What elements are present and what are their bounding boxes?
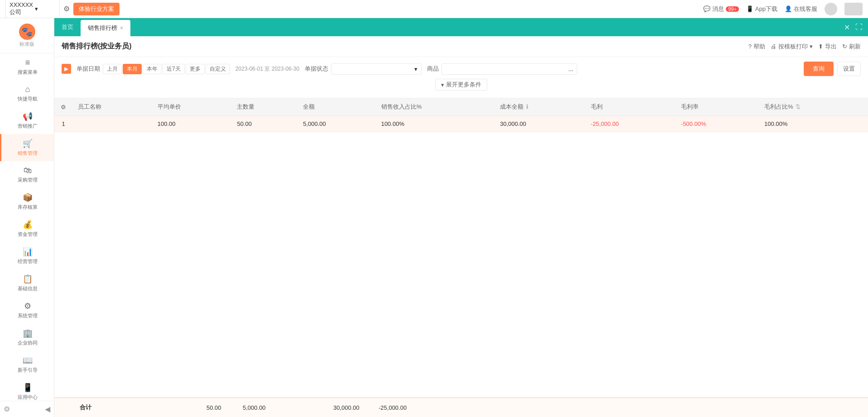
footer-gross: -25,000.00: [373, 403, 418, 413]
expand-icon: ▾: [441, 81, 444, 88]
filter-bar: ▶ 单据日期 上月 本月 本年 近7天 更多 自定义 2023-06: [54, 57, 868, 98]
online-service-label: 在线客服: [794, 5, 817, 13]
period-year-btn[interactable]: 本年: [143, 64, 162, 74]
sidebar-item-basic-info[interactable]: 📋 基础信息: [0, 269, 54, 297]
filter-status-label: 单据状态: [305, 65, 328, 73]
tab-sales-ranking[interactable]: 销售排行榜 ×: [81, 20, 130, 36]
sidebar-item-system[interactable]: ⚙ 系统管理: [0, 297, 54, 324]
sidebar-logo: 🐾 标准版: [0, 18, 54, 53]
period-current-btn[interactable]: 本月: [123, 64, 142, 74]
sidebar-item-apps[interactable]: 📱 应用中心: [0, 378, 54, 401]
app-download-label: App下载: [755, 5, 777, 13]
period-last-btn[interactable]: 上月: [103, 64, 122, 74]
footer-cells: 合计 50.00 5,000.00 30,000.00 -25,000.00: [60, 402, 863, 413]
sidebar-item-purchase[interactable]: 🛍 采购管理: [0, 161, 54, 188]
tab-close-icon[interactable]: ×: [120, 25, 123, 31]
sidebar-item-marketing-label: 营销推广: [18, 123, 38, 129]
filter-goods-input[interactable]: ...: [441, 63, 577, 75]
refresh-btn[interactable]: ↻ 刷新: [842, 43, 861, 51]
search-icon: ≡: [25, 58, 30, 67]
tab-home[interactable]: 首页: [54, 18, 81, 36]
avatar[interactable]: [825, 3, 837, 15]
sidebar-item-guide[interactable]: 📖 新手引导: [0, 351, 54, 378]
message-badge: 99+: [726, 6, 739, 12]
app-icon: 📱: [746, 5, 753, 12]
period-7days-btn[interactable]: 近7天: [163, 64, 185, 74]
company-selector[interactable]: XXXXXX公司 ▾: [5, 0, 60, 19]
logo-text: 标准版: [19, 41, 34, 48]
sidebar-settings-icon[interactable]: ⚙: [4, 405, 10, 413]
sales-ranking-table: ⚙ 员工名称 平均单价 主数量 全额 销售收入占比% 成本全额 ℹ 毛利 毛利率: [54, 98, 868, 132]
col-cost: 成本全额 ℹ: [494, 98, 585, 116]
enterprise-icon: 🏢: [23, 328, 33, 338]
tab-bar-right: ✕ ⛶: [839, 18, 868, 36]
col-gross: 毛利: [585, 98, 676, 116]
cell-main-qty: 50.00: [231, 116, 297, 132]
sidebar-item-operations[interactable]: 📊 经营管理: [0, 242, 54, 269]
tab-maximize-icon[interactable]: ⛶: [855, 23, 863, 31]
online-service-btn[interactable]: 👤 在线客服: [785, 5, 817, 13]
filter-status-item: 单据状态 ▾: [305, 63, 422, 75]
col-settings[interactable]: ⚙: [54, 98, 72, 116]
template-print-label: 按模板打印: [778, 43, 808, 51]
tab-sales-ranking-label: 销售排行榜: [88, 24, 117, 32]
operations-icon: 📊: [23, 247, 33, 257]
settings-btn[interactable]: 设置: [837, 62, 861, 76]
sidebar-item-sales-label: 销售管理: [18, 150, 38, 157]
expand-more-btn[interactable]: ▾ 展开更多条件: [435, 79, 487, 91]
help-btn[interactable]: ? 帮助: [748, 43, 765, 51]
sidebar-item-guide-label: 新手引导: [18, 367, 38, 374]
col-amount: 全额: [297, 98, 376, 116]
refresh-icon: ↻: [842, 43, 847, 50]
purchase-icon: 🛍: [24, 166, 32, 175]
template-print-btn[interactable]: 🖨 按模板打印 ▾: [771, 43, 813, 51]
company-name: XXXXXX公司: [10, 1, 33, 16]
sidebar-item-marketing[interactable]: 📢 营销推广: [0, 107, 54, 134]
sidebar-item-search[interactable]: ≡ 搜索菜单: [0, 53, 54, 80]
filter-toggle-btn[interactable]: ▶: [62, 64, 71, 74]
sidebar-item-basic-info-label: 基础信息: [18, 285, 38, 292]
filter-period-btns: 上月 本月 本年 近7天 更多 自定义: [103, 64, 230, 74]
sidebar-collapse-icon[interactable]: ◀: [45, 405, 50, 413]
message-btn[interactable]: 💬 消息 99+: [703, 5, 739, 13]
message-icon: 💬: [703, 5, 710, 12]
guide-icon: 📖: [23, 355, 33, 365]
footer-amount: 5,000.00: [237, 403, 283, 413]
avatar-name[interactable]: [844, 3, 863, 15]
period-custom-btn[interactable]: 自定义: [206, 64, 230, 74]
message-label: 消息: [712, 5, 724, 13]
col-sales-pct: 销售收入占比%: [376, 98, 495, 116]
filter-status-select[interactable]: ▾: [331, 63, 422, 75]
tab-home-label: 首页: [62, 23, 73, 31]
sidebar-item-enterprise[interactable]: 🏢 企业协同: [0, 324, 54, 351]
period-more-btn[interactable]: 更多: [186, 64, 205, 74]
sidebar-item-quick-nav[interactable]: ⌂ 快捷导航: [0, 80, 54, 107]
sidebar-item-finance-label: 资金管理: [18, 231, 38, 238]
more-icon[interactable]: ...: [568, 66, 573, 72]
cell-avg-price: 100.00: [152, 116, 232, 132]
export-icon: ⬆: [818, 43, 823, 50]
sidebar-item-apps-label: 应用中心: [18, 394, 38, 401]
help-icon: ?: [748, 43, 752, 50]
footer-spacer: [60, 406, 74, 409]
settings-icon[interactable]: ⚙: [63, 5, 70, 13]
cost-info-icon[interactable]: ℹ: [526, 103, 528, 110]
query-btn[interactable]: 查询: [804, 62, 834, 76]
refresh-label: 刷新: [849, 43, 861, 51]
chevron-down-icon: ▾: [414, 66, 417, 72]
sidebar-item-sales[interactable]: 🛒 销售管理: [0, 134, 54, 161]
sidebar-item-finance[interactable]: 💰 资金管理: [0, 215, 54, 242]
export-btn[interactable]: ⬆ 导出: [818, 43, 837, 51]
finance-icon: 💰: [23, 220, 33, 230]
sidebar-item-inventory-label: 库存核算: [18, 204, 38, 211]
app-download-btn[interactable]: 📱 App下载: [746, 5, 777, 13]
tab-close-window-icon[interactable]: ✕: [844, 23, 850, 32]
sales-icon: 🛒: [23, 139, 33, 149]
sidebar-item-inventory[interactable]: 📦 库存核算: [0, 188, 54, 215]
footer-avg-price: [165, 406, 201, 409]
cell-rank: 1: [54, 116, 72, 132]
tab-bar: 首页 销售排行榜 × ✕ ⛶: [54, 18, 868, 36]
gross-pct-sort-icon[interactable]: ⇅: [796, 103, 801, 110]
home-icon: ⌂: [25, 85, 30, 94]
experience-btn[interactable]: 体验行业方案: [73, 3, 120, 15]
